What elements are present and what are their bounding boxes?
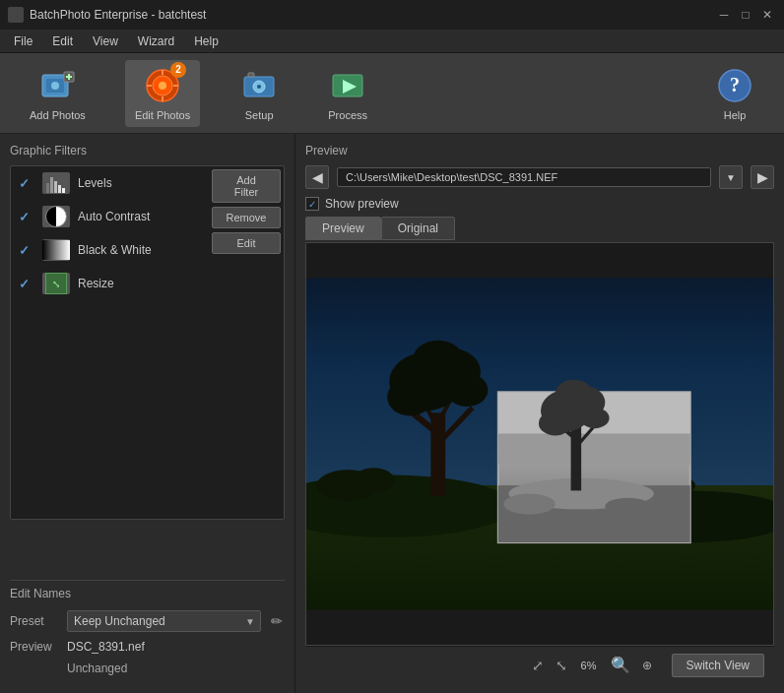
preview-image (306, 243, 773, 645)
edit-button[interactable]: Edit (212, 232, 281, 254)
zoom-out-button[interactable]: 🔍 (607, 654, 634, 676)
nav-back-button[interactable]: ◀ (305, 165, 329, 189)
zoom-control: ⤢ ⤡ 6% 🔍 ⊕ (528, 654, 656, 676)
preview-title: Preview (305, 144, 774, 158)
left-panel: Graphic Filters ✓ (0, 134, 295, 693)
nav-forward-button[interactable]: ▶ (751, 165, 774, 189)
menu-help[interactable]: Help (184, 32, 229, 50)
main-content: Graphic Filters ✓ (0, 134, 784, 693)
unchanged-row: Unchanged (10, 662, 285, 675)
preset-label: Preset (10, 614, 59, 628)
edit-photos-icon: 2 (143, 66, 182, 105)
tab-original[interactable]: Original (381, 217, 455, 240)
menu-wizard[interactable]: Wizard (128, 32, 184, 50)
setup-label: Setup (245, 109, 274, 121)
window-title: BatchPhoto Enterprise - batchtest (30, 8, 206, 22)
tab-preview[interactable]: Preview (305, 217, 381, 240)
toolbar-setup[interactable]: Setup (229, 60, 289, 127)
preview-area (305, 242, 774, 646)
svg-point-2 (51, 82, 59, 90)
unchanged-label: Unchanged (67, 662, 127, 675)
svg-point-34 (412, 341, 464, 382)
preset-edit-button[interactable]: ✏ (269, 611, 285, 631)
toolbar-process[interactable]: Process (318, 60, 377, 127)
black-white-check[interactable]: ✓ (19, 243, 34, 258)
minimize-button[interactable]: ─ (715, 6, 733, 24)
preview-tabs: Preview Original (305, 217, 774, 240)
preset-select[interactable]: Keep Unchanged Custom Date Sequential (67, 610, 261, 632)
toolbar-help[interactable]: ? Help (705, 60, 764, 127)
resize-icon: ⤡ (45, 273, 67, 294)
zoom-in-button[interactable]: ⊕ (638, 657, 656, 674)
close-button[interactable]: ✕ (758, 6, 776, 24)
setup-icon (239, 66, 279, 105)
preview-field-label: Preview (10, 640, 59, 654)
svg-point-32 (387, 379, 432, 416)
filters-area: ✓ Levels ✓ (10, 165, 285, 570)
menu-file[interactable]: File (4, 32, 42, 50)
bottom-bar: ⤢ ⤡ 6% 🔍 ⊕ Switch View (305, 646, 774, 683)
title-bar-controls: ─ □ ✕ (715, 6, 776, 24)
resize-check[interactable]: ✓ (19, 277, 34, 291)
svg-point-54 (503, 494, 555, 515)
svg-point-53 (555, 380, 593, 409)
collapse-button[interactable]: ⤡ (552, 656, 571, 675)
edit-names-title: Edit Names (10, 587, 285, 600)
preview-row: Preview DSC_8391.nef (10, 640, 285, 654)
levels-bars-icon (42, 173, 70, 193)
edit-photos-label: Edit Photos (135, 109, 190, 121)
preset-row: Preset Keep Unchanged Custom Date Sequen… (10, 610, 285, 632)
filter-item-resize[interactable]: ✓ ⤡ Resize (11, 267, 284, 300)
show-preview-label: Show preview (325, 197, 399, 211)
auto-contrast-check[interactable]: ✓ (19, 210, 34, 224)
svg-point-51 (539, 410, 572, 435)
menu-edit[interactable]: Edit (42, 32, 83, 50)
svg-point-55 (605, 498, 650, 515)
auto-contrast-thumb (42, 206, 70, 227)
toolbar-edit-photos[interactable]: 2 Edit Photos (125, 60, 200, 127)
svg-point-15 (257, 85, 261, 89)
svg-point-8 (159, 82, 166, 90)
svg-rect-16 (248, 73, 254, 77)
graphic-filters-title: Graphic Filters (10, 144, 285, 158)
right-panel: Preview ◀ ▼ ▶ ✓ Show preview Preview Ori… (295, 134, 784, 693)
title-bar: BatchPhoto Enterprise - batchtest ─ □ ✕ (0, 0, 784, 30)
title-bar-left: BatchPhoto Enterprise - batchtest (8, 7, 206, 23)
maximize-button[interactable]: □ (737, 6, 754, 24)
add-photos-label: Add Photos (30, 109, 86, 121)
toolbar: Add Photos 2 Edit Photos (0, 53, 784, 134)
zoom-level: 6% (575, 660, 603, 671)
menu-view[interactable]: View (83, 32, 128, 50)
remove-button[interactable]: Remove (212, 207, 281, 228)
toolbar-add-photos[interactable]: Add Photos (20, 60, 96, 127)
process-label: Process (328, 109, 367, 121)
add-filter-button[interactable]: Add Filter (212, 169, 281, 203)
bw-icon (42, 240, 70, 260)
levels-thumb (42, 172, 70, 194)
process-icon (328, 66, 367, 105)
path-dropdown-button[interactable]: ▼ (719, 165, 743, 189)
help-label: Help (724, 109, 747, 121)
svg-text:?: ? (730, 74, 740, 95)
svg-point-33 (446, 373, 488, 407)
path-input[interactable] (337, 167, 711, 187)
preview-header: ◀ ▼ ▶ (305, 165, 774, 189)
expand-button[interactable]: ⤢ (528, 656, 548, 675)
black-white-label: Black & White (78, 243, 152, 257)
levels-label: Levels (78, 176, 112, 190)
add-photos-icon (37, 66, 77, 105)
show-preview-checkbox[interactable]: ✓ (305, 197, 319, 211)
resize-label: Resize (78, 277, 114, 290)
app-icon (8, 7, 24, 23)
svg-point-36 (353, 468, 394, 492)
preset-select-wrap: Keep Unchanged Custom Date Sequential ▼ (67, 610, 261, 632)
edit-names-section: Edit Names Preset Keep Unchanged Custom … (10, 580, 285, 683)
auto-contrast-icon (45, 206, 67, 227)
black-white-thumb (42, 239, 70, 261)
help-icon: ? (715, 66, 754, 105)
show-preview-row: ✓ Show preview (305, 197, 774, 211)
preview-filename: DSC_8391.nef (67, 640, 145, 654)
switch-view-button[interactable]: Switch View (672, 654, 764, 677)
levels-check[interactable]: ✓ (19, 176, 34, 191)
auto-contrast-label: Auto Contrast (78, 210, 150, 223)
